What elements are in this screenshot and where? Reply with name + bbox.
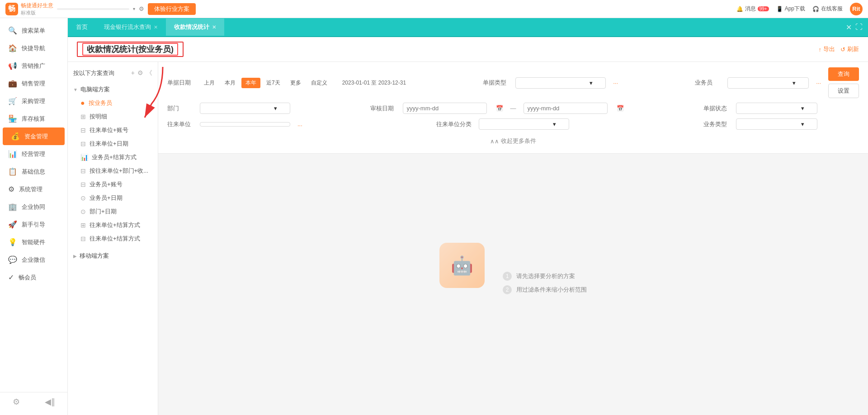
sales-icon: 💼 xyxy=(8,79,17,88)
calendar-from-icon[interactable]: 📅 xyxy=(496,105,503,112)
refresh-label: 刷新 xyxy=(847,45,859,53)
tab-collection[interactable]: 收款情况统计 ✕ xyxy=(166,19,224,36)
counterpart-category-dropdown-icon: ▾ xyxy=(553,121,556,127)
sidebar-item-member[interactable]: ✓ 畅会员 xyxy=(0,269,67,286)
dept-select[interactable]: ▾ xyxy=(200,103,290,114)
salesman-date-icon: ⊙ xyxy=(80,194,86,202)
scheme-item-by-detail[interactable]: ⊞ 按明细 xyxy=(68,110,158,123)
download-icon: 📱 xyxy=(776,6,783,12)
scheme-salesman-label: 按业务员 xyxy=(89,99,112,107)
operations-icon: 📊 xyxy=(8,150,17,158)
date-tab-last-month[interactable]: 上月 xyxy=(200,78,219,88)
bank-tab-close-icon[interactable]: ✕ xyxy=(154,24,158,30)
salesman-more-icon[interactable]: ··· xyxy=(816,80,821,86)
date-tab-more[interactable]: 更多 xyxy=(286,78,305,88)
tab-close-all-icon[interactable]: ✕ xyxy=(846,23,852,32)
tab-home[interactable]: 首页 xyxy=(68,19,96,36)
desktop-group-label: 电脑端方案 xyxy=(80,85,110,94)
scheme-item-counterpart-settlement2[interactable]: ⊟ 往来单位+结算方式 xyxy=(68,232,158,245)
refresh-button[interactable]: ↺ 刷新 xyxy=(840,45,859,53)
dept-label: 部门 xyxy=(167,104,193,113)
date-separator: — xyxy=(510,105,516,112)
sidebar-item-hardware[interactable]: 💡 智能硬件 xyxy=(0,233,67,251)
sidebar-item-wechat[interactable]: 💬 企业微信 xyxy=(0,251,67,269)
date-tab-this-year[interactable]: 本年 xyxy=(241,78,260,88)
scheme-counterpart-settlement1-label: 往来单位+结算方式 xyxy=(90,221,140,229)
counterpart-select[interactable] xyxy=(200,122,290,127)
collapse-filter-button[interactable]: ∧∧ 收起更多条件 xyxy=(167,134,859,148)
search-icon: 🔍 xyxy=(8,26,17,35)
scheme-item-salesman-account[interactable]: ⊟ 业务员+账号 xyxy=(68,178,158,191)
scheme-item-salesman-settlement[interactable]: 📊 业务员+结算方式 xyxy=(68,151,158,164)
review-date-from-input[interactable] xyxy=(403,103,487,114)
tab-maximize-icon[interactable]: ⛶ xyxy=(855,23,863,31)
sidebar-item-base[interactable]: 📋 基础信息 xyxy=(0,163,67,180)
voucher-status-select[interactable]: ▾ xyxy=(736,103,817,114)
counterpart-more-icon[interactable]: ... xyxy=(297,121,302,127)
review-date-to-input[interactable] xyxy=(524,103,608,114)
sidebar-item-inventory[interactable]: 🏪 库存核算 xyxy=(0,110,67,127)
scheme-collapse-button[interactable]: 《 xyxy=(146,69,152,77)
set-button[interactable]: 设置 xyxy=(828,84,859,98)
review-date-label: 审核日期 xyxy=(370,104,396,113)
counterpart-dept-icon: ⊟ xyxy=(80,167,86,174)
calendar-to-icon[interactable]: 📅 xyxy=(617,105,624,112)
scheme-item-dept-date[interactable]: ⊙ 部门+日期 xyxy=(68,205,158,218)
date-tab-custom[interactable]: 自定义 xyxy=(307,78,331,88)
scheme-group-desktop-title[interactable]: ▼ 电脑端方案 xyxy=(68,83,158,96)
biz-type-select[interactable]: ▾ xyxy=(736,118,817,130)
tab-bank[interactable]: 现金银行流水查询 ✕ xyxy=(96,19,166,36)
page-title-highlight: 收款情况统计(按业务员) xyxy=(77,42,184,57)
sidebar-item-finance[interactable]: 💰 资金管理 xyxy=(3,127,65,145)
scheme-group-mobile-title[interactable]: ▶ 移动端方案 xyxy=(68,249,158,263)
sidebar-system-label: 系统管理 xyxy=(19,185,42,193)
sidebar-item-system[interactable]: ⚙ 系统管理 xyxy=(0,180,67,198)
scheme-counterpart-dept-label: 按往来单位+部门+收... xyxy=(90,167,148,175)
query-button[interactable]: 查询 xyxy=(828,67,859,81)
filter-row-2: 部门 ▾ 审核日期 📅 — 📅 单据状态 xyxy=(167,103,859,114)
empty-steps: 1 请先选择要分析的方案 2 用过滤条件来缩小分析范围 xyxy=(503,272,587,299)
sidebar: 🔍 搜索菜单 🏠 快捷导航 📢 营销推广 💼 销售管理 🛒 采购管理 🏪 库存核… xyxy=(0,18,68,415)
voucher-type-more-icon[interactable]: ··· xyxy=(613,80,618,86)
notification-area[interactable]: 🔔 消息 99+ xyxy=(736,5,769,13)
scheme-item-salesman-date[interactable]: ⊙ 业务员+日期 xyxy=(68,191,158,205)
trial-button[interactable]: 体验行业方案 xyxy=(148,3,196,15)
collection-tab-label: 收款情况统计 xyxy=(174,23,209,31)
app-download-area[interactable]: 📱 App下载 xyxy=(776,5,805,13)
page-header: 收款情况统计(按业务员) ↑ 导出 ↺ 刷新 xyxy=(68,37,868,62)
counterpart-category-select[interactable]: ▾ xyxy=(479,118,569,130)
sidebar-item-purchase[interactable]: 🛒 采购管理 xyxy=(0,92,67,110)
sidebar-item-operations[interactable]: 📊 经营管理 xyxy=(0,145,67,163)
messages-label: 消息 xyxy=(745,5,756,13)
collapse-sidebar-icon[interactable]: ◀‖ xyxy=(45,397,55,407)
sidebar-item-nav[interactable]: 🏠 快捷导航 xyxy=(0,39,67,57)
scheme-add-button[interactable]: + xyxy=(131,69,135,77)
sidebar-item-search[interactable]: 🔍 搜索菜单 xyxy=(0,22,67,39)
settings-icon[interactable]: ⚙ xyxy=(139,5,144,12)
online-service-area[interactable]: 🎧 在线客服 xyxy=(812,5,843,13)
date-tab-this-month[interactable]: 本月 xyxy=(221,78,240,88)
scheme-item-counterpart-date[interactable]: ⊟ 往来单位+日期 xyxy=(68,137,158,151)
tab-bar: 首页 现金银行流水查询 ✕ 收款情况统计 ✕ ✕ ⛶ xyxy=(68,18,868,37)
scheme-item-counterpart-account[interactable]: ⊟ 往来单位+账号 xyxy=(68,123,158,137)
collection-tab-close-icon[interactable]: ✕ xyxy=(212,24,216,30)
mobile-group-label: 移动端方案 xyxy=(80,252,109,260)
sidebar-item-enterprise[interactable]: 🏢 企业协同 xyxy=(0,198,67,216)
scheme-item-by-salesman[interactable]: ● 按业务员 xyxy=(68,96,158,110)
page-title: 收款情况统计(按业务员) xyxy=(82,43,178,56)
scheme-settings-button[interactable]: ⚙ xyxy=(137,69,143,77)
settings-bottom-icon[interactable]: ⚙ xyxy=(13,397,20,407)
user-avatar[interactable]: Rit xyxy=(850,3,863,15)
scheme-item-counterpart-dept[interactable]: ⊟ 按往来单位+部门+收... xyxy=(68,164,158,178)
breadcrumb-dropdown-icon[interactable]: ▾ xyxy=(133,6,135,11)
salesman-select[interactable]: ▾ xyxy=(727,77,809,89)
sidebar-item-marketing[interactable]: 📢 营销推广 xyxy=(0,57,67,75)
date-tab-7days[interactable]: 近7天 xyxy=(262,78,284,88)
bell-icon: 🔔 xyxy=(736,6,743,12)
export-button[interactable]: ↑ 导出 xyxy=(819,45,835,53)
sidebar-item-sales[interactable]: 💼 销售管理 xyxy=(0,75,67,92)
scheme-item-counterpart-settlement1[interactable]: ⊞ 往来单位+结算方式 xyxy=(68,218,158,232)
sidebar-item-guide[interactable]: 🚀 新手引导 xyxy=(0,216,67,233)
voucher-type-select[interactable]: ▾ xyxy=(515,77,606,89)
app-download-label: App下载 xyxy=(785,5,805,13)
